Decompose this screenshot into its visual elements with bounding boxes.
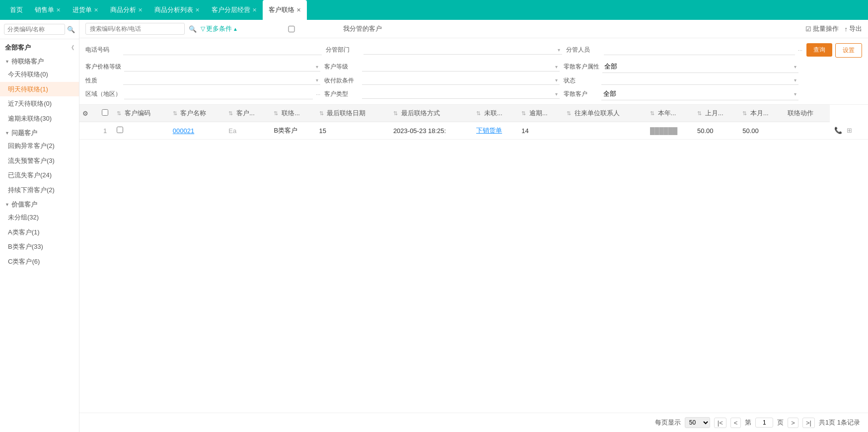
- nav-product-analysis-list[interactable]: 商品分析列表 ✕: [148, 0, 206, 20]
- close-product-list-icon[interactable]: ✕: [195, 7, 200, 13]
- filter-status-select[interactable]: ▾: [601, 76, 798, 85]
- close-product-analysis-icon[interactable]: ✕: [138, 7, 143, 13]
- customer-name-value: Ea: [228, 127, 236, 135]
- sidebar: 🔍 全部客户 《 待联络客户 今天待联络(0) 明天待联络(1) 近7天待联络(…: [0, 20, 79, 432]
- col-last-month: ⇅ 上月...: [694, 105, 739, 122]
- last-method-link[interactable]: 下销货单: [476, 127, 502, 134]
- settings-icon[interactable]: ⚙: [82, 110, 88, 117]
- row-checkbox-cell: [114, 122, 170, 140]
- nav-purchase[interactable]: 进货单 ✕: [67, 0, 104, 20]
- filter-price-level-select[interactable]: ▾: [124, 63, 320, 72]
- filter-icon: ▽: [201, 25, 205, 32]
- sidebar-search-icon[interactable]: 🔍: [67, 26, 75, 33]
- row-contact-person-cell: ██████: [647, 122, 694, 140]
- col-last-contact-method: ⇅ 最后联络方式: [390, 105, 473, 122]
- nav-sales[interactable]: 销售单 ✕: [29, 0, 67, 20]
- nav-customer-contact[interactable]: 客户联络 ✕: [263, 0, 307, 20]
- filter-region-input[interactable]: [124, 89, 313, 99]
- first-page-button[interactable]: |<: [714, 418, 726, 428]
- sidebar-search-input[interactable]: [4, 24, 65, 35]
- search-input[interactable]: [85, 23, 185, 35]
- per-page-select[interactable]: 50 100 200: [685, 417, 710, 428]
- row-name-cell: Ea: [225, 122, 271, 140]
- action-more-icon[interactable]: ⊞: [847, 127, 852, 134]
- page-unit-label: 页: [777, 418, 784, 427]
- chevron-down-icon-3: ▾: [555, 64, 558, 70]
- total-label: 共1页 1条记录: [819, 418, 860, 427]
- sidebar-item-ungrouped[interactable]: 未分组(32): [0, 210, 79, 225]
- filter-nature-select[interactable]: ▾: [123, 76, 320, 85]
- chevron-down-icon-6: ▾: [555, 77, 558, 83]
- my-customer-checkbox-label[interactable]: 我分管的客户: [242, 24, 382, 33]
- col-sort-icon-last-month: ⇅: [697, 110, 702, 116]
- all-customers-toggle-icon[interactable]: 《: [69, 44, 74, 52]
- page-number-input[interactable]: [755, 418, 773, 428]
- query-button[interactable]: 查询: [806, 43, 832, 57]
- sidebar-item-declining[interactable]: 持续下滑客户(2): [0, 183, 79, 198]
- content-area: 🔍 ▽ 更多条件 ▲ 我分管的客户 ☑ 批量操作 ↑ 导出: [79, 20, 868, 432]
- filter-region-more-icon[interactable]: ···: [316, 91, 320, 97]
- sidebar-item-c-class[interactable]: C类客户(6): [0, 254, 79, 269]
- sidebar-item-overdue[interactable]: 逾期未联络(30): [0, 111, 79, 126]
- setting-button[interactable]: 设置: [835, 43, 862, 58]
- filter-manager-input[interactable]: [604, 45, 795, 55]
- col-settings[interactable]: ⚙: [79, 105, 96, 122]
- sidebar-item-churn-warning[interactable]: 流失预警客户(3): [0, 153, 79, 168]
- nav-product-analysis[interactable]: 商品分析 ✕: [104, 0, 148, 20]
- sidebar-search-area: 🔍: [0, 20, 79, 39]
- filter-manager-label: 分管人员: [566, 46, 601, 54]
- customer-code-link[interactable]: 000021: [173, 127, 194, 135]
- next-page-button[interactable]: >: [788, 418, 798, 428]
- contact-count-value: 15: [319, 127, 326, 135]
- filter-status-label: 状态: [564, 76, 598, 85]
- sidebar-item-abnormal-repurchase[interactable]: 回购异常客户(2): [0, 139, 79, 153]
- select-all-checkbox[interactable]: [102, 109, 108, 116]
- sidebar-item-7days[interactable]: 近7天待联络(0): [0, 96, 79, 111]
- filter-customer-level-select[interactable]: ▾: [362, 63, 559, 72]
- last-page-button[interactable]: >|: [802, 418, 815, 428]
- subsection-value-customers: 价值客户: [0, 197, 79, 210]
- action-call-icon[interactable]: 📞: [834, 127, 842, 134]
- filter-customer-type-select[interactable]: ▾: [362, 90, 559, 99]
- nav-home[interactable]: 首页: [4, 0, 29, 20]
- all-customers-label: 全部客户: [5, 43, 31, 52]
- filter-manager-more-icon[interactable]: ···: [798, 47, 802, 53]
- export-button[interactable]: ↑ 导出: [845, 24, 863, 33]
- sidebar-item-a-class[interactable]: A类客户(1): [0, 225, 79, 240]
- sidebar-item-tomorrow[interactable]: 明天待联络(1): [0, 82, 79, 97]
- prev-page-button[interactable]: <: [730, 418, 741, 428]
- sidebar-item-b-class[interactable]: B类客户(33): [0, 239, 79, 254]
- main-layout: 🔍 全部客户 《 待联络客户 今天待联络(0) 明天待联络(1) 近7天待联络(…: [0, 20, 868, 432]
- batch-op-button[interactable]: ☑ 批量操作: [805, 24, 839, 33]
- filter-phone-label: 电话号码: [85, 46, 120, 54]
- row-last-method-cell: 下销货单: [473, 122, 518, 140]
- filter-row-1: 电话号码 分管部门 ▾ 分管人员 ··· 查询 设置: [85, 42, 862, 58]
- close-customer-layering-icon[interactable]: ✕: [252, 7, 257, 13]
- close-sales-icon[interactable]: ✕: [56, 7, 61, 13]
- filter-dept-select[interactable]: ▾: [363, 46, 562, 55]
- all-customers-section[interactable]: 全部客户 《: [0, 39, 79, 54]
- more-filter-button[interactable]: ▽ 更多条件 ▲: [201, 24, 238, 33]
- my-customer-checkbox[interactable]: [242, 26, 341, 32]
- close-purchase-icon[interactable]: ✕: [94, 7, 98, 13]
- search-button[interactable]: 🔍: [189, 25, 197, 33]
- nav-customer-layering[interactable]: 客户分层经营 ✕: [206, 0, 263, 20]
- chevron-down-icon-5: ▾: [316, 77, 318, 83]
- filter-status: 状态 ▾: [564, 76, 798, 85]
- row-checkbox[interactable]: [117, 127, 123, 133]
- filter-phone-input[interactable]: [123, 45, 322, 55]
- row-not-contacted-cell: 14: [518, 122, 564, 140]
- filter-payment-select[interactable]: ▾: [362, 76, 559, 85]
- sidebar-item-today[interactable]: 今天待联络(0): [0, 67, 79, 82]
- table-row: 1 000021 Ea B类客户: [79, 122, 868, 140]
- filter-retail-customer-select[interactable]: 全部 ▾: [601, 88, 798, 100]
- close-customer-contact-icon[interactable]: ✕: [296, 7, 301, 13]
- this-year-value: 50.00: [697, 127, 714, 135]
- col-customer-name: ⇅ 客户名称: [170, 105, 226, 122]
- filter-retail-attr-select[interactable]: 全部 ▾: [602, 61, 798, 73]
- filter-customer-level-label: 客户等级: [324, 63, 359, 71]
- sidebar-item-churned[interactable]: 已流失客户(24): [0, 168, 79, 183]
- filter-customer-type: 客户类型 ▾: [324, 90, 559, 99]
- top-right-actions: ☑ 批量操作 ↑ 导出: [805, 24, 863, 33]
- filter-customer-type-label: 客户类型: [324, 90, 359, 98]
